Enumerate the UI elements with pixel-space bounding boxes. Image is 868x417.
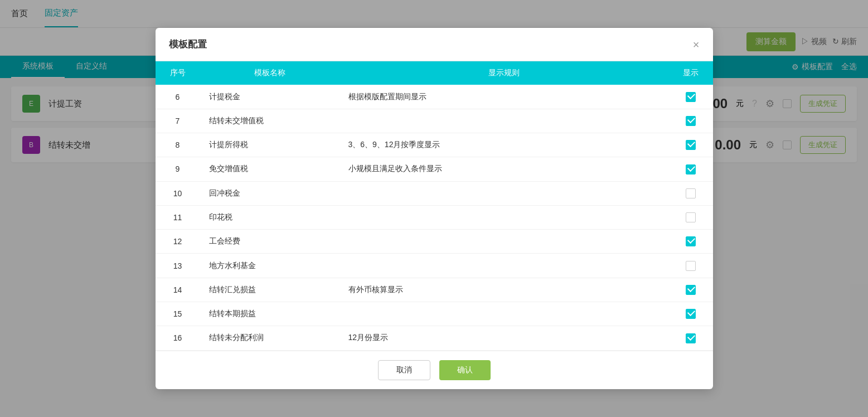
modal-footer: 取消 确认 <box>156 351 713 389</box>
cell-rule <box>340 254 668 278</box>
cell-id: 11 <box>156 205 200 229</box>
cell-rule: 有外币核算显示 <box>340 278 668 302</box>
cell-id: 12 <box>156 230 200 254</box>
cell-id: 13 <box>156 254 200 278</box>
row-checkbox-11[interactable] <box>686 212 696 222</box>
table-row: 11印花税 <box>156 205 713 229</box>
col-header-display: 显示 <box>668 61 713 85</box>
col-header-id: 序号 <box>156 61 200 85</box>
cell-id: 7 <box>156 109 200 133</box>
cell-rule <box>340 109 668 133</box>
table-row: 10回冲税金 <box>156 181 713 205</box>
cell-name: 免交增值税 <box>200 157 340 181</box>
cell-rule <box>340 205 668 229</box>
row-checkbox-9[interactable] <box>686 164 696 174</box>
cell-rule: 根据模版配置期间显示 <box>340 85 668 109</box>
row-checkbox-8[interactable] <box>686 140 696 150</box>
cell-checkbox <box>668 254 713 278</box>
cell-rule: 小规模且满足收入条件显示 <box>340 157 668 181</box>
row-checkbox-10[interactable] <box>686 188 696 198</box>
cell-id: 6 <box>156 85 200 109</box>
cell-name: 计提税金 <box>200 85 340 109</box>
cell-name: 工会经费 <box>200 230 340 254</box>
table-row: 8计提所得税3、6、9、12月按季度显示 <box>156 133 713 157</box>
cell-name: 结转未交增值税 <box>200 109 340 133</box>
cell-name: 结转本期损益 <box>200 302 340 326</box>
table-row: 13地方水利基金 <box>156 254 713 278</box>
cell-rule: 12月份显示 <box>340 326 668 350</box>
cell-id: 9 <box>156 157 200 181</box>
col-header-name: 模板名称 <box>200 61 340 85</box>
modal-header: 模板配置 × <box>156 28 713 61</box>
cell-checkbox <box>668 109 713 133</box>
cell-checkbox <box>668 205 713 229</box>
cell-name: 印花税 <box>200 205 340 229</box>
cell-rule: 3、6、9、12月按季度显示 <box>340 133 668 157</box>
cell-id: 16 <box>156 326 200 350</box>
row-checkbox-15[interactable] <box>686 309 696 319</box>
row-checkbox-13[interactable] <box>686 261 696 271</box>
modal-close-button[interactable]: × <box>693 39 700 50</box>
table-row: 7结转未交增值税 <box>156 109 713 133</box>
row-checkbox-6[interactable] <box>686 92 696 102</box>
cell-checkbox <box>668 230 713 254</box>
cell-checkbox <box>668 157 713 181</box>
modal-body: 序号 模板名称 显示规则 显示 6计提税金根据模版配置期间显示7结转未交增值税8… <box>156 61 713 350</box>
table-header-row: 序号 模板名称 显示规则 显示 <box>156 61 713 85</box>
config-table: 序号 模板名称 显示规则 显示 6计提税金根据模版配置期间显示7结转未交增值税8… <box>156 61 713 350</box>
cell-checkbox <box>668 133 713 157</box>
table-row: 16结转未分配利润12月份显示 <box>156 326 713 350</box>
cell-id: 15 <box>156 302 200 326</box>
row-checkbox-16[interactable] <box>686 333 696 343</box>
cell-checkbox <box>668 85 713 109</box>
table-row: 9免交增值税小规模且满足收入条件显示 <box>156 157 713 181</box>
cancel-button[interactable]: 取消 <box>378 360 430 380</box>
cell-rule <box>340 302 668 326</box>
cell-rule <box>340 230 668 254</box>
table-row: 14结转汇兑损益有外币核算显示 <box>156 278 713 302</box>
cell-name: 回冲税金 <box>200 181 340 205</box>
cell-id: 14 <box>156 278 200 302</box>
cell-checkbox <box>668 181 713 205</box>
table-row: 12工会经费 <box>156 230 713 254</box>
cell-name: 计提所得税 <box>200 133 340 157</box>
table-body: 6计提税金根据模版配置期间显示7结转未交增值税8计提所得税3、6、9、12月按季… <box>156 85 713 350</box>
confirm-button[interactable]: 确认 <box>439 360 491 380</box>
row-checkbox-12[interactable] <box>686 236 696 246</box>
cell-name: 结转汇兑损益 <box>200 278 340 302</box>
row-checkbox-14[interactable] <box>686 285 696 295</box>
modal-overlay: 模板配置 × 序号 模板名称 显示规则 显示 6计提税金根据模版配置期间显示7结… <box>0 0 868 417</box>
modal-title: 模板配置 <box>169 38 207 51</box>
cell-checkbox <box>668 278 713 302</box>
cell-id: 8 <box>156 133 200 157</box>
cell-name: 地方水利基金 <box>200 254 340 278</box>
template-config-modal: 模板配置 × 序号 模板名称 显示规则 显示 6计提税金根据模版配置期间显示7结… <box>156 28 713 389</box>
cell-rule <box>340 181 668 205</box>
cell-checkbox <box>668 302 713 326</box>
table-row: 15结转本期损益 <box>156 302 713 326</box>
cell-id: 10 <box>156 181 200 205</box>
row-checkbox-7[interactable] <box>686 116 696 126</box>
col-header-rule: 显示规则 <box>340 61 668 85</box>
cell-name: 结转未分配利润 <box>200 326 340 350</box>
cell-checkbox <box>668 326 713 350</box>
table-row: 6计提税金根据模版配置期间显示 <box>156 85 713 109</box>
